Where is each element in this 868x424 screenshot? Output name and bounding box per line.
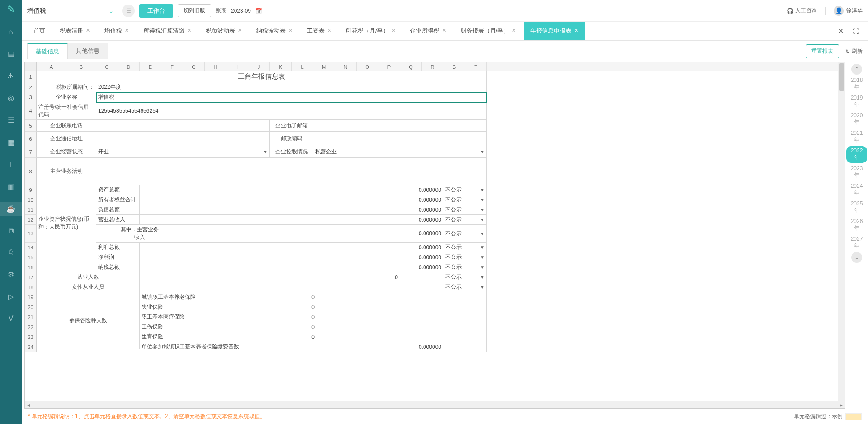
row-header[interactable]: 18 xyxy=(25,282,37,292)
close-icon[interactable]: ✕ xyxy=(512,28,516,33)
cell[interactable]: 不公示▼ xyxy=(443,282,487,292)
tab-2[interactable]: 增值税✕ xyxy=(98,22,135,40)
cell[interactable]: 0 xyxy=(248,302,378,312)
row-header[interactable]: 20 xyxy=(25,302,37,312)
close-icon[interactable]: ✕ xyxy=(125,28,129,33)
cell[interactable]: 城镇职工基本养老保险 xyxy=(140,292,248,302)
col-header[interactable]: A xyxy=(37,62,66,71)
tab-7[interactable]: 印花税（月/季）✕ xyxy=(340,22,402,40)
close-all-tabs-icon[interactable]: ✕ xyxy=(834,23,847,39)
cell[interactable]: 0.000000 xyxy=(161,225,443,243)
year-option[interactable]: 2020年 xyxy=(846,111,867,128)
cell[interactable]: 2022年度 xyxy=(96,82,487,92)
cell[interactable]: 不公示▼ xyxy=(443,262,487,272)
cell[interactable]: 纳税总额 xyxy=(96,262,140,272)
row-header[interactable]: 16 xyxy=(25,262,37,272)
col-header[interactable]: I xyxy=(226,62,248,71)
col-header[interactable]: R xyxy=(422,62,443,71)
year-option[interactable]: 2023年 xyxy=(846,164,867,181)
cell[interactable]: 营业总收入 xyxy=(96,215,140,225)
col-header[interactable]: O xyxy=(357,62,378,71)
cell[interactable]: 0 xyxy=(248,292,378,302)
close-icon[interactable]: ✕ xyxy=(392,28,396,33)
cell[interactable]: 企业资产状况信息(币种：人民币万元) xyxy=(37,185,96,261)
cell[interactable]: 0 xyxy=(248,322,378,332)
row-header[interactable]: 10 xyxy=(25,195,37,205)
close-icon[interactable]: ✕ xyxy=(288,28,292,33)
cell[interactable]: 企业经营状态 xyxy=(37,146,96,158)
cell[interactable]: 生育保险 xyxy=(140,332,248,342)
cell[interactable] xyxy=(378,312,443,322)
cell[interactable] xyxy=(96,225,118,243)
tab-6[interactable]: 工资表✕ xyxy=(301,22,338,40)
cell[interactable]: 增值税 xyxy=(96,92,487,102)
tab-0[interactable]: 首页 xyxy=(27,22,52,40)
nav-v-icon[interactable]: V xyxy=(0,312,22,325)
nav-tax-icon[interactable]: ⊤ xyxy=(0,157,22,172)
cell[interactable] xyxy=(140,282,443,292)
tab-8[interactable]: 企业所得税✕ xyxy=(404,22,453,40)
nav-export-icon[interactable]: ⎙ xyxy=(0,246,22,259)
cell[interactable]: 0.000000 xyxy=(140,262,443,272)
cell[interactable]: 失业保险 xyxy=(140,302,248,312)
cell[interactable]: 其中：主营业务收入 xyxy=(118,225,161,243)
nav-copy-icon[interactable]: ⧉ xyxy=(0,224,22,238)
cell[interactable]: 0 xyxy=(248,332,378,342)
nav-report-icon[interactable]: ▥ xyxy=(0,180,22,194)
year-option[interactable]: 2018年 xyxy=(846,76,867,92)
close-icon[interactable]: ✕ xyxy=(327,28,331,33)
col-header[interactable]: H xyxy=(205,62,226,71)
year-option[interactable]: 2024年 xyxy=(846,181,867,198)
cell[interactable]: 不公示▼ xyxy=(443,243,487,252)
row-header[interactable]: 24 xyxy=(25,342,37,352)
cell[interactable]: 邮政编码 xyxy=(270,132,313,146)
col-header[interactable]: K xyxy=(270,62,292,71)
row-header[interactable]: 22 xyxy=(25,322,37,332)
nav-home-icon[interactable]: ⌂ xyxy=(0,25,22,39)
cell[interactable] xyxy=(378,332,443,342)
cell[interactable]: 不公示▼ xyxy=(443,252,487,262)
cell[interactable]: 私营企业▼ xyxy=(313,146,487,158)
cell[interactable]: 主营业务活动 xyxy=(37,158,96,185)
cell[interactable]: 不公示▼ xyxy=(443,185,487,195)
cell[interactable] xyxy=(443,292,487,302)
year-option[interactable]: 2027年 xyxy=(846,234,867,251)
nav-annual-icon[interactable]: ☕ xyxy=(0,202,22,216)
horizontal-scrollbar[interactable]: ◂ ▸ xyxy=(25,401,845,408)
switch-old-button[interactable]: 切到旧版 xyxy=(178,4,211,17)
cell[interactable] xyxy=(443,342,487,352)
cell[interactable]: 净利润 xyxy=(96,252,140,262)
col-header[interactable]: M xyxy=(313,62,335,71)
cell[interactable]: 不公示▼ xyxy=(443,225,487,243)
fullscreen-icon[interactable]: ⛶ xyxy=(849,24,863,38)
tab-4[interactable]: 税负波动表✕ xyxy=(199,22,248,40)
cell[interactable]: 0 xyxy=(140,272,400,282)
cell[interactable] xyxy=(378,292,443,302)
tab-10[interactable]: 年报信息申报表✕ xyxy=(524,22,585,40)
cell[interactable]: 0.000000 xyxy=(248,342,443,352)
row-header[interactable]: 1 xyxy=(25,71,37,82)
row-header[interactable]: 21 xyxy=(25,312,37,322)
tab-9[interactable]: 财务报表（月/季）✕ xyxy=(454,22,523,40)
close-icon[interactable]: ✕ xyxy=(187,28,191,33)
tab-1[interactable]: 税表清册✕ xyxy=(53,22,96,40)
cell[interactable]: 单位参加城镇职工基本养老保险缴费基数 xyxy=(140,342,248,352)
scroll-right-icon[interactable]: ▸ xyxy=(838,402,845,408)
close-icon[interactable]: ✕ xyxy=(238,28,242,33)
subtab-0[interactable]: 基础信息 xyxy=(27,43,68,59)
row-header[interactable]: 23 xyxy=(25,332,37,342)
col-header[interactable]: L xyxy=(292,62,313,71)
calendar-icon[interactable]: 📅 xyxy=(255,8,262,14)
company-selector[interactable]: 增值税 ⌄ xyxy=(27,7,118,15)
col-header[interactable]: C xyxy=(96,62,118,71)
user-menu[interactable]: 👤 徐泽华 xyxy=(834,6,863,16)
row-header[interactable]: 17 xyxy=(25,272,37,282)
cell[interactable]: 不公示▼ xyxy=(443,205,487,215)
col-header[interactable]: N xyxy=(335,62,357,71)
col-header[interactable]: S xyxy=(443,62,465,71)
col-header[interactable]: P xyxy=(378,62,400,71)
cell[interactable] xyxy=(313,120,487,132)
nav-doc-icon[interactable]: ▤ xyxy=(0,47,22,61)
cell[interactable]: 税款所属期间： xyxy=(37,82,96,92)
cell[interactable]: 企业名称 xyxy=(37,92,96,102)
